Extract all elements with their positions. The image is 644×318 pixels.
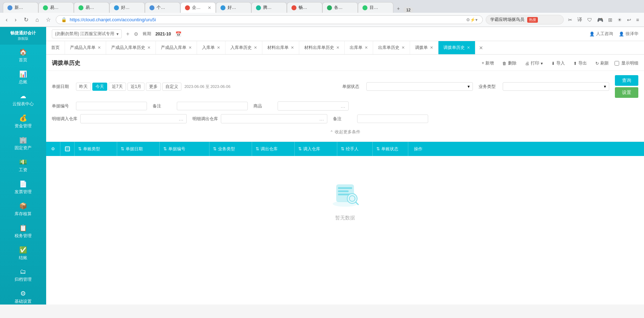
browser-tab-1[interactable]: 易… xyxy=(38,2,74,13)
doc-no-input[interactable] xyxy=(76,102,147,110)
grid-icon[interactable]: ⊞ xyxy=(607,16,614,24)
sidebar-item-home[interactable]: 🏠 首页 xyxy=(0,45,46,67)
date-btn-7days[interactable]: 近7天 xyxy=(109,83,126,91)
tab-nav-outbound-history[interactable]: 出库单历史 ✕ xyxy=(373,41,410,54)
tab-close-finished-inbound-history[interactable]: ✕ xyxy=(147,45,151,50)
sidebar-item-tax[interactable]: 📋 税务管理 xyxy=(0,221,46,242)
detail-in-selector[interactable]: … xyxy=(80,114,187,123)
th-checkbox[interactable] xyxy=(60,142,75,156)
scissors-icon[interactable]: ✂ xyxy=(567,16,574,24)
tab-close-finished-inbound[interactable]: ✕ xyxy=(98,45,101,50)
sidebar-item-close-accounts[interactable]: ✅ 结账 xyxy=(0,242,46,264)
biz-type-select[interactable]: ▾ xyxy=(503,82,609,91)
tab-nav-transfer[interactable]: 调拨单 ✕ xyxy=(410,41,438,54)
print-button[interactable]: 🖨 打印 ▾ xyxy=(522,59,546,68)
tab-close-transfer-history[interactable]: ✕ xyxy=(467,45,470,50)
th-gear[interactable]: ⚙ xyxy=(46,142,60,156)
tab-close-outbound-history[interactable]: ✕ xyxy=(402,45,405,50)
sidebar-item-settings[interactable]: ⚙ 基础设置 xyxy=(0,286,46,305)
tab-close-outbound[interactable]: ✕ xyxy=(365,45,368,50)
tab-nav-material-outbound-history[interactable]: 材料出库单历史 ✕ xyxy=(299,41,345,54)
company-selector[interactable]: (勿删勿禁用) 江西服宝测试专用 ▾ xyxy=(52,29,122,38)
import-button[interactable]: ⬇ 导入 xyxy=(549,59,568,68)
home-button[interactable]: ⌂ xyxy=(33,15,41,24)
browser-tab-2[interactable]: 易… xyxy=(74,2,109,13)
tab-close-transfer[interactable]: ✕ xyxy=(430,45,433,50)
date-btn-custom[interactable]: 自定义 xyxy=(162,83,181,91)
browser-tab-9[interactable]: 各… xyxy=(322,2,358,13)
translate-icon[interactable]: 译 xyxy=(576,15,584,24)
th-handler[interactable]: ⇅ 经手人 xyxy=(337,142,373,156)
new-button[interactable]: + 新增 xyxy=(479,59,497,68)
date-btn-1month[interactable]: 近1月 xyxy=(127,83,145,91)
date-btn-today[interactable]: 今天 xyxy=(92,83,107,91)
company-settings-button[interactable]: ⚙ xyxy=(134,31,138,37)
refresh-button-page[interactable]: ↻ 刷新 xyxy=(593,59,612,68)
calendar-icon[interactable]: 📅 xyxy=(175,31,181,37)
search-bar[interactable]: 学霸应聘场驱鸟员 热搜 xyxy=(486,15,564,24)
tab-nav-finished-inbound2[interactable]: 产成品入库单 ✕ xyxy=(156,41,197,54)
user-button[interactable]: 👤 徐泽华 xyxy=(619,31,638,37)
new-tab-button[interactable]: + xyxy=(395,4,402,13)
close-all-tabs[interactable]: ✕ xyxy=(475,42,487,54)
header-checkbox[interactable] xyxy=(65,146,70,151)
bookmark-button[interactable]: ☆ xyxy=(44,15,53,24)
brightness-icon[interactable]: ☀ xyxy=(616,16,623,24)
tab-close-material-outbound-history[interactable]: ✕ xyxy=(336,45,339,50)
browser-tab-6[interactable]: 好… xyxy=(216,2,251,13)
date-btn-yesterday[interactable]: 昨天 xyxy=(76,83,91,91)
tab-nav-inbound-history[interactable]: 入库单历史 ✕ xyxy=(225,41,262,54)
tab-close-5[interactable]: ✕ xyxy=(208,5,211,10)
display-checkbox[interactable] xyxy=(615,61,619,66)
detail-in-ellipsis-icon[interactable]: … xyxy=(179,116,184,122)
tab-close-inbound-history[interactable]: ✕ xyxy=(254,45,257,50)
undo-icon[interactable]: ↩ xyxy=(626,16,633,24)
browser-tab-0[interactable]: 新… xyxy=(3,2,38,13)
goods-ellipsis-icon[interactable]: … xyxy=(340,103,345,109)
sidebar-item-payroll[interactable]: 💵 工资 xyxy=(0,155,46,177)
remark2-input[interactable] xyxy=(357,115,428,123)
display-toggle[interactable]: 显示明细 xyxy=(615,60,638,66)
shield-icon[interactable]: 🛡 xyxy=(586,16,594,24)
tab-nav-material-outbound[interactable]: 材料出库单 ✕ xyxy=(262,41,299,54)
tab-close-finished-inbound2[interactable]: ✕ xyxy=(189,45,192,50)
sidebar-item-invoice[interactable]: 📄 发票管理 xyxy=(0,177,46,199)
refresh-button[interactable]: ↻ xyxy=(22,15,31,24)
th-biz-type[interactable]: ⇅ 业务类型 xyxy=(209,142,252,156)
sidebar-item-archive[interactable]: 🗂 归档管理 xyxy=(0,264,46,286)
tab-nav-finished-inbound[interactable]: 产成品入库单 ✕ xyxy=(65,41,106,54)
delete-button[interactable]: 🗑 删除 xyxy=(500,59,519,68)
tab-nav-finished-inbound-history[interactable]: 产成品入库单历史 ✕ xyxy=(106,41,156,54)
th-transfer-out[interactable]: ⇅ 调出仓库 xyxy=(252,142,295,156)
th-doc-type[interactable]: ⇅ 单账类型 xyxy=(75,142,117,156)
sidebar-item-ledger[interactable]: 📊 总账 xyxy=(0,67,46,89)
sidebar-item-fixed-assets[interactable]: 🏢 固定资产 xyxy=(0,133,46,155)
collapse-button[interactable]: ⌃ 收起更多条件 xyxy=(328,127,362,137)
th-transfer-in[interactable]: ⇅ 调入仓库 xyxy=(295,142,337,156)
browser-tab-7[interactable]: 腾… xyxy=(251,2,287,13)
back-button[interactable]: ‹ xyxy=(4,15,10,24)
forward-button[interactable]: › xyxy=(12,15,18,24)
remark-input[interactable] xyxy=(177,102,248,110)
date-btn-more[interactable]: 更多 xyxy=(146,83,161,91)
browser-tab-8[interactable]: 畅… xyxy=(287,2,322,13)
tab-nav-home[interactable]: 首页 xyxy=(46,41,65,54)
goods-selector[interactable]: … xyxy=(278,101,349,111)
th-doc-no[interactable]: ⇅ 单据编号 xyxy=(160,142,209,156)
browser-tab-10[interactable]: 目… xyxy=(358,2,393,13)
th-doc-status[interactable]: ⇅ 单账状态 xyxy=(373,142,408,156)
game-icon[interactable]: 🎮 xyxy=(596,16,605,24)
query-button[interactable]: 查询 xyxy=(615,75,638,86)
tab-close-inbound[interactable]: ✕ xyxy=(217,45,220,50)
tab-nav-inbound[interactable]: 入库单 ✕ xyxy=(197,41,225,54)
tab-nav-outbound[interactable]: 出库单 ✕ xyxy=(345,41,373,54)
export-button[interactable]: ⬆ 导出 xyxy=(571,59,590,68)
browser-tab-4[interactable]: 个… xyxy=(145,2,180,13)
detail-out-selector[interactable]: … xyxy=(221,114,327,123)
detail-out-ellipsis-icon[interactable]: … xyxy=(319,116,324,122)
filter-settings-button[interactable]: 设置 xyxy=(615,87,638,98)
menu-icon[interactable]: ≡ xyxy=(635,16,640,24)
browser-tab-3[interactable]: 好… xyxy=(109,2,145,13)
sidebar-item-cloud-report[interactable]: ☁ 云报表中心 xyxy=(0,89,46,111)
sidebar-item-fund[interactable]: 💰 资金管理 xyxy=(0,111,46,133)
